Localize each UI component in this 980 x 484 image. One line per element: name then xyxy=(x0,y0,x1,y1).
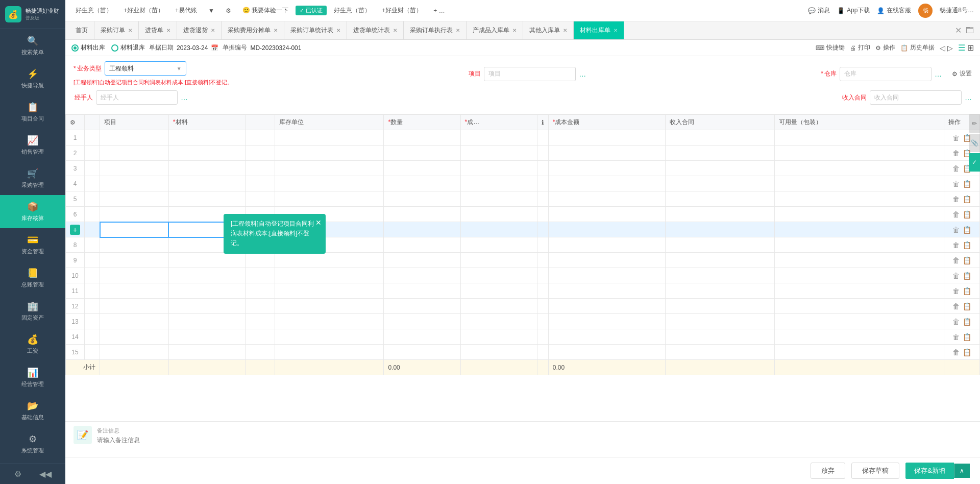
sidebar-item-operation[interactable]: 📊 经营管理 xyxy=(0,361,65,394)
cost-cell[interactable] xyxy=(460,345,537,360)
cost-amount-cell[interactable] xyxy=(548,191,665,207)
user-avatar[interactable]: 畅 xyxy=(918,4,933,18)
settings-gear-icon[interactable]: ⚙ xyxy=(222,5,235,16)
nav-link-more[interactable]: + … xyxy=(429,5,449,16)
copy-row-icon[interactable]: 📋 xyxy=(963,302,971,310)
copy-row-icon[interactable]: 📋 xyxy=(963,226,971,234)
income-contract-cell[interactable] xyxy=(665,345,774,360)
sidebar-item-basic[interactable]: 📂 基础信息 xyxy=(0,394,65,427)
warehouse-input[interactable]: 仓库 xyxy=(840,67,932,81)
cost-amount-cell[interactable] xyxy=(548,207,665,222)
copy-row-icon[interactable]: 📋 xyxy=(963,333,971,341)
material-cell[interactable] xyxy=(168,345,245,360)
history-btn[interactable]: 📋 历史单据 xyxy=(900,43,935,52)
warehouse-more-icon[interactable]: … xyxy=(935,70,942,78)
copy-row-icon[interactable]: 📋 xyxy=(963,348,971,356)
cost-amount-cell[interactable] xyxy=(548,283,665,299)
nav-dropdown-arrow[interactable]: ▼ xyxy=(204,5,218,16)
available-cell[interactable] xyxy=(774,146,944,161)
available-cell-active[interactable] xyxy=(774,222,944,237)
delete-row-icon[interactable]: 🗑 xyxy=(952,195,960,203)
available-cell[interactable] xyxy=(774,176,944,191)
tab-close-icon[interactable]: ✕ xyxy=(614,28,618,33)
tab-close-icon[interactable]: ✕ xyxy=(166,28,170,33)
column-settings-icon[interactable]: ⚙ xyxy=(70,119,76,126)
sidebar-item-search[interactable]: 🔍 搜索菜单 xyxy=(0,29,65,62)
project-cell[interactable] xyxy=(100,176,169,191)
copy-row-icon[interactable]: 📋 xyxy=(963,256,971,264)
project-cell[interactable] xyxy=(100,268,169,283)
cost-amount-cell[interactable] xyxy=(548,345,665,360)
spec-cell[interactable] xyxy=(246,299,275,314)
sidebar-item-shortcut[interactable]: ⚡ 快捷导航 xyxy=(0,62,65,95)
handler-more-icon[interactable]: … xyxy=(181,93,188,102)
unit-cell[interactable] xyxy=(275,314,384,329)
income-contract-cell[interactable] xyxy=(665,299,774,314)
unit-cell[interactable] xyxy=(275,299,384,314)
copy-row-icon[interactable]: 📋 xyxy=(963,180,971,188)
tab-product-in[interactable]: 产成品入库单 ✕ xyxy=(467,21,523,40)
available-cell[interactable] xyxy=(774,237,944,253)
delete-row-icon[interactable]: 🗑 xyxy=(952,256,960,264)
right-tool-2[interactable]: 📎 xyxy=(969,134,980,152)
income-contract-cell[interactable] xyxy=(665,191,774,207)
cost-cell[interactable] xyxy=(460,329,537,345)
cost-cell[interactable] xyxy=(460,237,537,253)
cost-cell-active[interactable] xyxy=(460,222,537,237)
unit-cell[interactable] xyxy=(275,130,384,146)
tab-close-icon[interactable]: ✕ xyxy=(336,28,340,33)
spec-cell[interactable] xyxy=(246,146,275,161)
operation-btn[interactable]: ⚙ 操作 xyxy=(875,43,895,52)
income-contract-more-icon[interactable]: … xyxy=(965,93,972,102)
income-contract-cell[interactable] xyxy=(665,130,774,146)
material-cell[interactable] xyxy=(168,299,245,314)
cost-amount-cell[interactable] xyxy=(548,299,665,314)
cost-amount-cell-active[interactable] xyxy=(548,222,665,237)
material-cell[interactable] xyxy=(168,253,245,268)
delete-row-icon[interactable]: 🗑 xyxy=(952,302,960,310)
project-cell[interactable] xyxy=(100,283,169,299)
nav-link-5[interactable]: +好业财（苗） xyxy=(378,4,426,17)
available-cell[interactable] xyxy=(774,253,944,268)
copy-row-icon[interactable]: 📋 xyxy=(963,272,971,280)
material-cell[interactable] xyxy=(168,146,245,161)
income-contract-cell[interactable] xyxy=(665,253,774,268)
project-cell[interactable] xyxy=(100,345,169,360)
note-input[interactable] xyxy=(97,437,972,444)
sidebar-item-assets[interactable]: 🏢 固定资产 xyxy=(0,295,65,328)
unit-cell[interactable] xyxy=(275,161,384,176)
print-btn[interactable]: 🖨 打印 xyxy=(850,43,870,52)
tab-close-icon[interactable]: ✕ xyxy=(393,28,397,33)
income-contract-cell[interactable] xyxy=(665,283,774,299)
tooltip-close-btn[interactable]: ✕ xyxy=(315,217,322,228)
right-tool-3[interactable]: ✓ xyxy=(969,153,980,172)
quantity-cell[interactable] xyxy=(384,253,460,268)
available-cell[interactable] xyxy=(774,299,944,314)
spec-cell[interactable] xyxy=(246,345,275,360)
quantity-cell[interactable] xyxy=(384,207,460,222)
unit-cell[interactable] xyxy=(275,146,384,161)
spec-cell[interactable] xyxy=(246,161,275,176)
business-type-input[interactable]: 工程领料 ▼ xyxy=(105,61,186,76)
cost-amount-cell[interactable] xyxy=(548,146,665,161)
cost-amount-cell[interactable] xyxy=(548,253,665,268)
unit-cell[interactable] xyxy=(275,345,384,360)
tab-import-stat[interactable]: 进货单统计表 ✕ xyxy=(347,21,404,40)
delete-row-icon[interactable]: 🗑 xyxy=(952,164,960,173)
delete-row-icon[interactable]: 🗑 xyxy=(952,134,960,142)
sidebar-item-inventory[interactable]: 📦 库存核算 xyxy=(0,195,65,228)
unit-cell[interactable] xyxy=(275,191,384,207)
quantity-cell[interactable] xyxy=(384,345,460,360)
copy-row-icon[interactable]: 📋 xyxy=(963,287,971,295)
project-cell[interactable] xyxy=(100,161,169,176)
project-cell[interactable] xyxy=(100,191,169,207)
add-row-button[interactable]: + xyxy=(70,225,80,235)
quantity-cell-active[interactable] xyxy=(384,222,460,237)
cost-amount-cell[interactable] xyxy=(548,176,665,191)
cost-amount-cell[interactable] xyxy=(548,268,665,283)
delete-row-icon[interactable]: 🗑 xyxy=(952,149,960,157)
material-cell[interactable] xyxy=(168,191,245,207)
available-cell[interactable] xyxy=(774,207,944,222)
quantity-cell[interactable] xyxy=(384,130,460,146)
unit-cell[interactable] xyxy=(275,176,384,191)
